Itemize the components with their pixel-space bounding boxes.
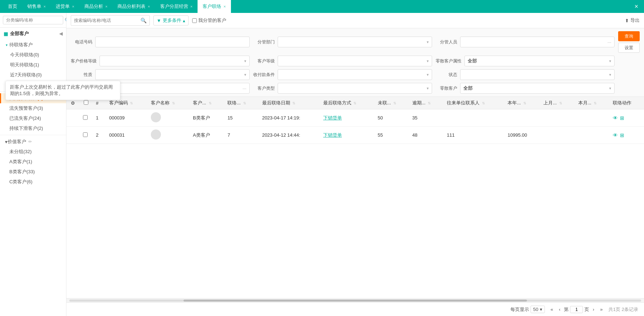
sidebar-item-class-b[interactable]: B类客户(33) — [0, 167, 66, 177]
sidebar-item-class-c[interactable]: C类客户(6) — [0, 177, 66, 187]
gender-chevron-icon: ▾ — [244, 72, 246, 77]
action-link-icon-2[interactable]: ⊞ — [620, 132, 624, 138]
value-edit-icon[interactable]: ✏ — [28, 139, 32, 144]
td-method-2[interactable]: 下销货单 — [320, 127, 374, 144]
window-close-button[interactable]: × — [631, 3, 641, 10]
th-related-person[interactable]: 往来单位联系人 ⇅ — [443, 97, 504, 109]
last-page-button[interactable]: » — [598, 306, 605, 313]
sidebar-value-header[interactable]: ▾ 价值客户 ✏ — [0, 137, 66, 147]
my-customers-checkbox-wrap[interactable]: 我分管的客户 — [192, 17, 226, 24]
td-lastmonth-1 — [540, 109, 574, 127]
sort-thismonth-icon: ⇅ — [594, 101, 597, 105]
select-all-checkbox[interactable] — [84, 100, 88, 105]
group-arrow-icon: ▾ — [6, 43, 8, 47]
filter-pricelevel-select[interactable]: ▾ — [99, 56, 250, 66]
sidebar-item-churn-warning[interactable]: 流失预警客户(3) — [0, 103, 66, 113]
sidebar-item-declining[interactable]: 持续下滑客户(2) — [0, 123, 66, 133]
nav-product-list[interactable]: 商品分析列表 × — [112, 0, 155, 13]
filter-dept-select[interactable]: ▾ — [278, 37, 432, 47]
table-row: 2 000031 A类客户 7 2023-04-12 14:44: 下销货单 5… — [66, 127, 644, 144]
nav-right: × — [631, 3, 641, 10]
my-customers-checkbox[interactable] — [192, 18, 197, 23]
horizontal-scrollbar[interactable] — [69, 300, 641, 302]
filter-custtype-select[interactable]: ▾ — [278, 83, 432, 94]
next-page-button[interactable]: › — [590, 306, 596, 313]
settings-button[interactable]: 设置 — [618, 43, 640, 53]
td-name-1 — [147, 109, 189, 127]
filter-bar: 🔍 ▼ 更多条件 ▴ 我分管的客户 ⬆ 导出 — [66, 13, 644, 28]
th-last-month[interactable]: 上月... ⇅ — [540, 97, 574, 109]
sort-code-icon: ⇅ — [130, 101, 133, 105]
method-link-2[interactable]: 下销货单 — [323, 132, 342, 138]
sidebar-item-churned[interactable]: 已流失客户(24) — [0, 113, 66, 123]
action-link-icon-1[interactable]: ⊞ — [620, 115, 624, 121]
td-thismonth-2 — [575, 127, 609, 144]
value-arrow-icon: ▾ — [5, 139, 8, 145]
filter-retailcust-select[interactable]: 全部 ▾ — [460, 83, 615, 94]
per-page-value: 50 — [533, 307, 538, 312]
th-custtype[interactable]: 客户... ⇅ — [189, 97, 224, 109]
retailcust-chevron-icon: ▾ — [609, 86, 611, 91]
query-button[interactable]: 查询 — [618, 31, 640, 41]
per-page-selector[interactable]: 50 ▾ — [531, 306, 545, 313]
th-this-month[interactable]: 本月... ⇅ — [575, 97, 609, 109]
horizontal-scrollbar-thumb[interactable] — [184, 300, 527, 302]
nav-sales-close[interactable]: × — [43, 4, 46, 9]
nav-customer-contact[interactable]: 客户联络 × — [198, 0, 231, 13]
total-records-info: 共1页 2条记录 — [608, 306, 638, 313]
first-page-button[interactable]: « — [548, 306, 555, 313]
sidebar-item-tomorrow[interactable]: 明天待联络(1) — [1, 60, 66, 70]
nav-product-analysis-close[interactable]: × — [105, 4, 107, 9]
nav-home[interactable]: 首页 — [3, 0, 22, 13]
sort-date-icon: ⇅ — [292, 101, 295, 105]
prev-page-button[interactable]: ‹ — [557, 306, 562, 313]
nav-purchase[interactable]: 进货单 × — [51, 0, 79, 13]
sidebar-all-customers[interactable]: ▦ 全部客户 ◀ — [0, 28, 66, 40]
filter-custlevel-select[interactable]: ▾ — [278, 56, 432, 66]
grid-icon: ▦ — [4, 31, 8, 37]
nav-purchase-close[interactable]: × — [72, 4, 74, 9]
sidebar-group-pending-header[interactable]: ▾ 待联络客户 — [1, 40, 66, 50]
filter-status-select[interactable]: ▾ — [460, 69, 615, 80]
filter-custtype-field: 客户类型 ▾ — [253, 83, 432, 94]
filter-payment-select[interactable]: ▾ — [278, 69, 432, 80]
nav-customer-contact-close[interactable]: × — [223, 4, 226, 9]
td-method-1[interactable]: 下销货单 — [320, 109, 374, 127]
th-overdue[interactable]: 逾期... ⇅ — [409, 97, 443, 109]
action-view-icon-2[interactable]: 👁 — [613, 132, 618, 138]
method-link-1[interactable]: 下销货单 — [323, 115, 342, 121]
th-unread[interactable]: 未联... ⇅ — [374, 97, 409, 109]
nav-product-list-close[interactable]: × — [148, 4, 150, 9]
filter-gender-field: 性质 ▾ — [71, 69, 250, 80]
th-last-contact-method[interactable]: 最后联络方式 ⇅ — [320, 97, 374, 109]
td-check-2[interactable] — [79, 127, 92, 144]
more-filters-button[interactable]: ▼ 更多条件 ▴ — [153, 15, 189, 25]
td-contact-1: 15 — [224, 109, 258, 127]
sidebar-item-class-a[interactable]: A类客户(1) — [0, 157, 66, 167]
export-button[interactable]: ⬆ 导出 — [625, 17, 640, 24]
filter-person-input[interactable]: ··· — [460, 37, 615, 47]
filter-phone-input[interactable] — [95, 37, 250, 47]
row2-checkbox[interactable] — [83, 132, 88, 137]
nav-sales[interactable]: 销售单 × — [22, 0, 51, 13]
th-last-contact-date[interactable]: 最后联络日期 ⇅ — [259, 97, 320, 109]
sidebar-collapse-icon[interactable]: ◀ — [59, 31, 62, 36]
filter-gender-select[interactable]: ▾ — [95, 69, 250, 80]
main-search-input[interactable] — [74, 18, 140, 23]
nav-product-analysis[interactable]: 商品分析 × — [79, 0, 112, 13]
nav-customer-tier-close[interactable]: × — [190, 4, 193, 9]
th-contact[interactable]: 联络... ⇅ — [224, 97, 258, 109]
main-search-icon[interactable]: 🔍 — [140, 18, 147, 23]
th-this-year[interactable]: 本年... ⇅ — [504, 97, 540, 109]
filter-retailattr-select[interactable]: 全部 ▾ — [464, 56, 615, 66]
sidebar-search-input[interactable] — [3, 16, 63, 24]
sidebar-item-7days[interactable]: 近7天待联络(0) — [1, 70, 66, 80]
row1-checkbox[interactable] — [83, 115, 88, 120]
td-check-1[interactable] — [79, 109, 92, 127]
action-view-icon-1[interactable]: 👁 — [613, 115, 618, 121]
page-number-input[interactable] — [570, 306, 583, 313]
sidebar-item-ungrouped[interactable]: 未分组(32) — [0, 147, 66, 157]
nav-customer-tier[interactable]: 客户分层经营 × — [155, 0, 198, 13]
th-name[interactable]: 客户名称 ⇅ — [147, 97, 189, 109]
sidebar-item-today[interactable]: 今天待联络(0) — [1, 50, 66, 60]
